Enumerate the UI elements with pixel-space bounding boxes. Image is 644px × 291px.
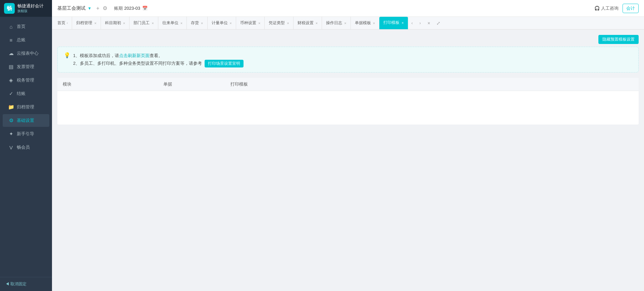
tax-icon: ◈ — [8, 77, 14, 83]
add-tab-button[interactable]: + — [96, 5, 99, 11]
sidebar-item-guide[interactable]: ✦ 新手引导 — [3, 128, 49, 140]
tab-subject[interactable]: 科目期初 × — [101, 17, 129, 30]
topbar-settings-icon[interactable]: ⚙ — [103, 5, 107, 11]
tab-stock-label: 存货 — [191, 20, 199, 26]
refresh-link[interactable]: 点击刷新新页面 — [119, 53, 150, 58]
close-all-tabs-button[interactable]: × — [424, 17, 434, 30]
notice-row: 💡 1、模板添加成功后，请点击刷新新页面查看。 2、多员工、多打印机、多种业务类… — [64, 52, 632, 67]
sidebar-item-home[interactable]: ⌂ 首页 — [3, 20, 49, 33]
sidebar-footer-label: ◀ 取消固定 — [5, 281, 26, 287]
guide-icon: ✦ — [8, 131, 14, 137]
ledger-icon: ≡ — [8, 37, 14, 43]
tab-oplog-label: 操作日志 — [326, 20, 342, 26]
notice-text: 1、模板添加成功后，请点击刷新新页面查看。 2、多员工、多打印机、多种业务类型设… — [73, 52, 244, 67]
support-button[interactable]: 🎧 人工咨询 — [594, 5, 619, 11]
period-label: 账期 — [114, 5, 123, 11]
sidebar-item-tax[interactable]: ◈ 税务管理 — [3, 74, 49, 87]
hide-template-button[interactable]: 隐藏预置模板设置 — [598, 35, 639, 44]
sidebar-item-label: 结账 — [17, 91, 25, 97]
sidebar-item-reports[interactable]: ☁ 云报表中心 — [3, 47, 49, 60]
tab-printtemplate[interactable]: 打印模板 × — [379, 17, 408, 30]
home-icon: ⌂ — [8, 24, 14, 30]
tab-taxsettings-close-icon[interactable]: × — [316, 21, 318, 25]
topbar: 基层工会测试 ▼ + ⚙ 账期 2023-03 📅 🎧 人工咨询 会计 — [52, 0, 644, 17]
tab-unit-label: 计量单位 — [212, 20, 228, 26]
tab-prev-button[interactable]: ‹ — [408, 17, 416, 30]
sidebar-item-label: 归档管理 — [17, 104, 34, 110]
sidebar-item-archive[interactable]: 📁 归档管理 — [3, 101, 49, 113]
sidebar-item-ledger[interactable]: ≡ 总账 — [3, 34, 49, 46]
logo-sub: 旗舰版 — [17, 9, 44, 13]
tab-unit-close-icon[interactable]: × — [230, 21, 232, 25]
tab-singletemplate[interactable]: 单据模板 × — [351, 17, 379, 30]
tab-taxsettings-label: 财税设置 — [298, 20, 314, 26]
content-area: 隐藏预置模板设置 💡 1、模板添加成功后，请点击刷新新页面查看。 2、多员工、多… — [52, 30, 644, 291]
notice-line-1: 1、模板添加成功后，请点击刷新新页面查看。 — [73, 52, 244, 59]
tab-oplog-close-icon[interactable]: × — [344, 21, 346, 25]
tab-oplog[interactable]: 操作日志 × — [322, 17, 351, 30]
tab-unit[interactable]: 计量单位 × — [208, 17, 236, 30]
sidebar-item-label: 税务管理 — [17, 77, 34, 83]
tab-voucher-label: 凭证类型 — [269, 20, 285, 26]
bulb-icon: 💡 — [64, 52, 70, 58]
table-header: 模块 单据 打印模板 — [57, 78, 639, 91]
calendar-icon[interactable]: 📅 — [142, 6, 148, 11]
tab-home[interactable]: 首页 ‹ — [53, 17, 72, 30]
tab-partner-label: 往来单位 — [162, 20, 178, 26]
print-template-table: 模块 单据 打印模板 — [57, 78, 639, 125]
tab-currency[interactable]: 币种设置 × — [236, 17, 265, 30]
col-module: 模块 — [57, 78, 158, 91]
tab-stock-close-icon[interactable]: × — [201, 21, 203, 25]
org-selector[interactable]: 基层工会测试 ▼ — [57, 5, 92, 11]
tab-taxsettings[interactable]: 财税设置 × — [293, 17, 322, 30]
sidebar-item-member[interactable]: V 畅会员 — [3, 141, 49, 154]
sidebar-item-label: 基础设置 — [17, 117, 34, 124]
support-label: 人工咨询 — [601, 5, 619, 11]
tab-partner-close-icon[interactable]: × — [180, 21, 182, 25]
table-body — [57, 91, 639, 125]
cancel-pin-button[interactable]: ◀ 取消固定 — [0, 277, 52, 291]
tab-next-button[interactable]: › — [416, 17, 424, 30]
tab-currency-label: 币种设置 — [240, 20, 256, 26]
notice-box: 💡 1、模板添加成功后，请点击刷新新页面查看。 2、多员工、多打印机、多种业务类… — [57, 47, 639, 72]
print-scene-button[interactable]: 打印场景设置宣明 — [205, 60, 244, 67]
sidebar-item-settings[interactable]: ⚙ 基础设置 — [3, 114, 49, 127]
logo-name: 畅捷通好会计 — [17, 3, 44, 9]
tab-voucher-close-icon[interactable]: × — [287, 21, 289, 25]
tab-partner[interactable]: 往来单位 × — [158, 17, 187, 30]
tab-subject-label: 科目期初 — [105, 20, 121, 26]
sidebar-item-label: 新手引导 — [17, 131, 34, 137]
tabbar: 首页 ‹ 归档管理 × 科目期初 × 部门员工 × 往来单位 × 存货 × 计量… — [52, 17, 644, 30]
tab-archive-close-icon[interactable]: × — [94, 21, 96, 25]
tab-printtemplate-label: 打印模板 — [383, 20, 399, 26]
tab-singletemplate-close-icon[interactable]: × — [373, 21, 375, 25]
sidebar-item-label: 云报表中心 — [17, 50, 39, 56]
cloud-icon: ☁ — [8, 50, 14, 56]
topbar-right: 🎧 人工咨询 会计 — [594, 4, 639, 13]
notice-line-2: 2、多员工、多打印机、多种业务类型设置不同打印方案等，请参考 打印场景设置宣明 — [73, 59, 244, 67]
tab-voucher[interactable]: 凭证类型 × — [265, 17, 293, 30]
sidebar-item-label: 总账 — [17, 37, 25, 43]
app-logo: 畅 畅捷通好会计 旗舰版 — [0, 0, 52, 17]
tab-printtemplate-close-icon[interactable]: × — [401, 21, 404, 25]
tab-archive-label: 归档管理 — [76, 20, 92, 26]
expand-tab-button[interactable]: ⤢ — [434, 17, 443, 30]
tab-subject-close-icon[interactable]: × — [123, 21, 125, 25]
hide-template-area: 隐藏预置模板设置 — [57, 35, 639, 44]
tab-archive[interactable]: 归档管理 × — [72, 17, 101, 30]
sidebar-item-invoice[interactable]: ▤ 发票管理 — [3, 60, 49, 73]
sidebar-item-label: 首页 — [17, 23, 25, 30]
headset-icon: 🎧 — [594, 6, 600, 11]
tab-department-close-icon[interactable]: × — [152, 21, 154, 25]
tab-department[interactable]: 部门员工 × — [129, 17, 158, 30]
account-button[interactable]: 会计 — [623, 4, 639, 13]
sidebar-item-close[interactable]: ✓ 结账 — [3, 87, 49, 100]
tab-currency-close-icon[interactable]: × — [258, 21, 260, 25]
tab-singletemplate-label: 单据模板 — [355, 20, 371, 26]
period-value: 2023-03 — [124, 6, 140, 11]
sidebar-nav: ⌂ 首页 ≡ 总账 ☁ 云报表中心 ▤ 发票管理 ◈ 税务管理 ✓ 结账 📁 归… — [0, 17, 52, 277]
tab-home-label: 首页 — [57, 20, 65, 26]
tab-stock[interactable]: 存货 × — [187, 17, 207, 30]
home-tab-arrow-icon: ‹ — [67, 21, 68, 25]
close-accounts-icon: ✓ — [8, 91, 14, 97]
